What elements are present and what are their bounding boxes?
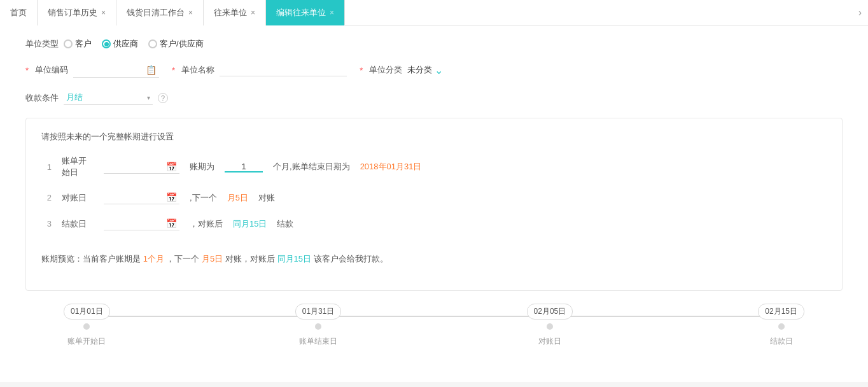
preview-part3: 同月15日	[277, 254, 311, 264]
settings-card: 请按照未来的一个完整帐期进行设置 1 账单开始日 2018-01-01 📅 账期…	[25, 118, 843, 291]
period-input[interactable]	[225, 162, 263, 172]
radio-supplier[interactable]: 供应商	[102, 38, 138, 50]
row-desc-prefix-1: 账期为	[190, 161, 214, 172]
payment-terms-dropdown[interactable]: 月结 ▾	[64, 90, 153, 105]
unit-name-group: * 单位名称 河南供应商22	[172, 64, 347, 76]
timeline-points: 01月01日 账单开始日 01月31日 账单结束日 02月05日 对账日 02月…	[64, 304, 804, 347]
highlight-same15: 同月15日	[233, 218, 267, 230]
row-type-3: 结款日	[62, 218, 94, 230]
radio-circle-supplier	[102, 39, 111, 48]
preview-text: 账期预览：当前客户账期是 1个月 ，下一个 月5日 对账，对账后 同月15日 该…	[41, 253, 827, 265]
row-desc-suffix-3: 结款	[277, 218, 293, 230]
timeline-label-3: 02月05日	[527, 304, 573, 320]
timeline-label-2: 01月31日	[295, 304, 342, 320]
unit-type-label: 单位类型	[25, 38, 59, 50]
row-desc-suffix-1: 个月,账单结束日期为	[273, 161, 350, 172]
tab-sales-order[interactable]: 销售订单历史 ×	[38, 0, 116, 25]
preview-prefix: 账期预览：当前客户账期是	[41, 254, 141, 264]
unit-category-value: 未分类	[407, 64, 432, 76]
timeline-dot-2	[315, 323, 321, 330]
row-type-2: 对账日	[62, 192, 94, 204]
date-highlight-1: 2018年01月31日	[360, 161, 422, 172]
tab-more-button[interactable]: ›	[852, 7, 868, 18]
unit-code-group: * 单位编码 000001 📋	[25, 62, 159, 78]
timeline-desc-3: 对账日	[538, 336, 561, 347]
setting-row-2: 2 对账日 2018-02-05 📅 ,下一个 月5日 对账	[41, 191, 827, 204]
close-icon[interactable]: ×	[101, 8, 106, 17]
date-input-2: 2018-02-05 📅	[104, 191, 179, 204]
timeline-container: 01月01日 账单开始日 01月31日 账单结束日 02月05日 对账日 02月…	[25, 304, 843, 347]
unit-name-input[interactable]: 河南供应商22	[220, 64, 347, 76]
tab-partner-units-label: 往来单位	[214, 7, 247, 18]
setting-row-1: 1 账单开始日 2018-01-01 📅 账期为 个月,账单结束日期为 2018…	[41, 155, 827, 178]
radio-both[interactable]: 客户/供应商	[148, 38, 204, 50]
chevron-down-icon: ⌄	[435, 64, 443, 76]
calendar-icon-2[interactable]: 📅	[166, 192, 177, 202]
payment-terms-row: 收款条件 月结 ▾ ?	[25, 90, 843, 105]
timeline-dot-1	[83, 323, 90, 330]
date-field-1[interactable]: 2018-01-01	[106, 162, 164, 171]
unit-type-row: 单位类型 客户 供应商 客户/供应商	[25, 38, 843, 50]
required-star-cat: *	[360, 66, 363, 75]
radio-group: 客户 供应商 客户/供应商	[64, 38, 204, 50]
copy-icon[interactable]: 📋	[146, 65, 157, 75]
tab-edit-partner[interactable]: 编辑往来单位 ×	[266, 0, 345, 25]
unit-info-row: * 单位编码 000001 📋 * 单位名称 河南供应商22 * 单位分类 未分…	[25, 62, 843, 78]
required-star-name: *	[172, 66, 175, 75]
row-type-1: 账单开始日	[62, 155, 94, 178]
timeline-dot-4	[778, 323, 785, 330]
timeline-point-2: 01月31日 账单结束日	[295, 304, 342, 347]
required-star: *	[25, 66, 29, 75]
timeline-desc-2: 账单结束日	[299, 336, 337, 347]
tab-cash-ledger[interactable]: 钱货日清工作台 ×	[116, 0, 204, 25]
calendar-icon-1[interactable]: 📅	[166, 162, 177, 172]
card-title: 请按照未来的一个完整帐期进行设置	[41, 131, 827, 143]
unit-code-input-wrapper: 000001 📋	[73, 62, 159, 78]
row-desc-suffix-2: 对账	[258, 192, 275, 204]
payment-terms-label: 收款条件	[25, 92, 59, 104]
preview-part1: 1个月	[143, 254, 164, 264]
date-field-3[interactable]: 2018-02-15	[106, 219, 164, 229]
tab-home-label: 首页	[10, 7, 27, 18]
radio-supplier-label: 供应商	[113, 38, 138, 50]
unit-code-input[interactable]: 000001	[76, 64, 146, 76]
close-icon[interactable]: ×	[188, 8, 193, 17]
tabs-bar: 首页 销售订单历史 × 钱货日清工作台 × 往来单位 × 编辑往来单位 × ›	[0, 0, 868, 25]
close-icon[interactable]: ×	[251, 8, 255, 17]
unit-category-select[interactable]: 未分类 ⌄	[407, 64, 443, 76]
preview-part2: 月5日	[202, 254, 223, 264]
unit-category-group: * 单位分类 未分类 ⌄	[360, 64, 443, 76]
timeline-desc-4: 结款日	[770, 336, 793, 347]
close-icon[interactable]: ×	[330, 8, 334, 17]
payment-terms-value: 月结	[66, 92, 147, 103]
tab-partner-units[interactable]: 往来单位 ×	[204, 0, 266, 25]
row-desc-prefix-2: ,下一个	[190, 192, 217, 204]
date-field-2[interactable]: 2018-02-05	[106, 193, 164, 202]
radio-both-label: 客户/供应商	[160, 38, 204, 50]
row-num-2: 2	[41, 193, 52, 202]
row-desc-prefix-3: ，对账后	[190, 218, 223, 230]
date-input-3: 2018-02-15 📅	[104, 217, 179, 230]
unit-code-label: 单位编码	[35, 64, 68, 76]
tab-edit-partner-label: 编辑往来单位	[276, 7, 326, 18]
timeline-point-4: 02月15日 结款日	[758, 304, 804, 347]
calendar-icon-3[interactable]: 📅	[166, 218, 177, 229]
row-num-1: 1	[41, 162, 52, 172]
payment-terms-group: 收款条件 月结 ▾ ?	[25, 90, 168, 105]
date-input-1: 2018-01-01 📅	[104, 160, 179, 174]
setting-row-3: 3 结款日 2018-02-15 📅 ，对账后 同月15日 结款	[41, 217, 827, 230]
timeline-label-1: 01月01日	[64, 304, 110, 320]
unit-type-group: 单位类型 客户 供应商 客户/供应商	[25, 38, 204, 50]
preview-middle: 对账，对账后	[225, 254, 275, 264]
timeline-point-3: 02月05日 对账日	[527, 304, 573, 347]
preview-comma1: ，下一个	[166, 254, 199, 264]
radio-customer[interactable]: 客户	[64, 38, 92, 50]
tab-home[interactable]: 首页	[0, 0, 38, 25]
help-icon[interactable]: ?	[158, 93, 168, 103]
timeline-dot-3	[547, 323, 553, 330]
preview-section: 账期预览：当前客户账期是 1个月 ，下一个 月5日 对账，对账后 同月15日 该…	[41, 243, 827, 265]
unit-name-label: 单位名称	[181, 64, 214, 76]
tab-sales-order-label: 销售订单历史	[48, 7, 97, 18]
radio-circle-customer	[64, 39, 73, 48]
chevron-down-icon: ▾	[147, 94, 150, 101]
